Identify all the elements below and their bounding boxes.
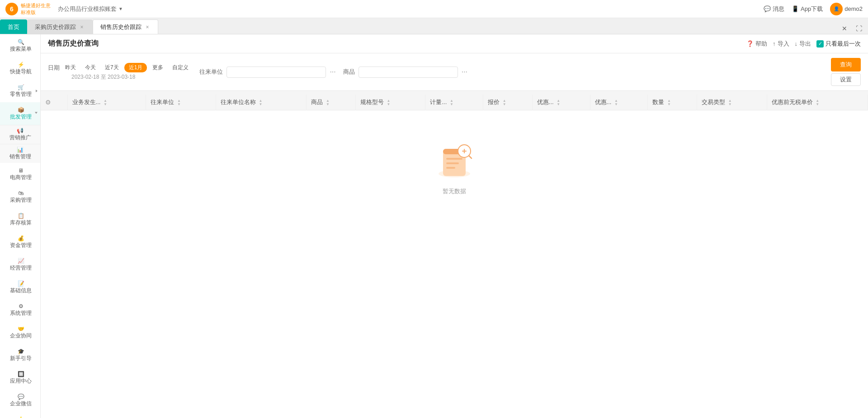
message-action[interactable]: 💬 消息	[764, 5, 784, 13]
sort-icon: ▲▼	[177, 99, 181, 106]
date-option-last7days[interactable]: 近7天	[101, 63, 123, 72]
checkbox-icon: ✓	[816, 40, 824, 48]
help-button[interactable]: ❓ 帮助	[746, 40, 767, 48]
sort-icon: ▲▼	[503, 99, 506, 106]
only-last-checkbox[interactable]: ✓ 只看最后一次	[816, 40, 861, 48]
goods-dots[interactable]: ···	[462, 68, 467, 76]
download-action[interactable]: 📱 App下载	[792, 5, 823, 13]
member-icon: ⭐	[18, 416, 24, 418]
message-icon: 💬	[764, 5, 771, 12]
table-settings-icon[interactable]: ⚙	[45, 99, 51, 106]
close-tab-button[interactable]: ✕	[839, 23, 850, 34]
date-options: 昨天 今天 近7天 近1月 更多 自定义	[61, 63, 192, 72]
date-option-last1month[interactable]: 近1月	[124, 63, 147, 72]
partner-input[interactable]	[226, 66, 326, 78]
date-option-more[interactable]: 更多	[149, 63, 167, 72]
sidebar-item-operations[interactable]: 📈 经营管理	[0, 253, 40, 276]
sidebar-item-ecommerce[interactable]: 🖥 电商管理	[0, 163, 40, 185]
query-button[interactable]: 查询	[831, 58, 861, 71]
top-bar-right: 💬 消息 📱 App下载 👤 demo2	[764, 3, 863, 15]
date-filter-group: 日期 昨天 今天 近7天 近1月 更多 自定义 2023-02-18 至 202…	[48, 63, 192, 81]
sidebar-item-marketing[interactable]: 📢 营销推广	[0, 125, 40, 144]
tab-bar-actions: ✕ ⛶	[839, 23, 868, 34]
top-bar: 6 畅捷通好生意 标准版 办公用品行业模拟账套 ▼ 💬 消息 📱 App下载 👤…	[0, 0, 868, 18]
tab-home[interactable]: 首页	[0, 19, 27, 34]
empty-icon	[432, 138, 477, 183]
sidebar-item-search[interactable]: 🔍 搜索菜单	[0, 34, 40, 57]
col-spec[interactable]: 规格型号 ▲▼	[355, 95, 425, 110]
date-label: 日期	[48, 64, 60, 72]
tab-purchase[interactable]: 采购历史价跟踪 ×	[27, 19, 93, 34]
col-biz-date[interactable]: 业务发生... ▲▼	[67, 95, 146, 110]
operations-icon: 📈	[18, 258, 24, 264]
sort-icon: ▲▼	[667, 99, 671, 106]
import-icon: ↑	[773, 40, 776, 47]
main-layout: 🔍 搜索菜单 ⚡ 快捷导航 🛒 零售管理 📦 批发管理 📢 营销推广 📊 销售管…	[0, 34, 868, 418]
goods-input[interactable]	[359, 66, 458, 78]
empty-state: 暂无数据	[41, 110, 868, 223]
workspace-selector[interactable]: 办公用品行业模拟账套 ▼	[54, 3, 127, 15]
date-option-yesterday[interactable]: 昨天	[61, 63, 80, 72]
col-discount2[interactable]: 优惠... ▲▼	[590, 95, 648, 110]
purchase-tab-close[interactable]: ×	[79, 24, 85, 30]
sidebar-item-enterprise[interactable]: 🤝 企业协同	[0, 321, 40, 344]
col-quote[interactable]: 报价 ▲▼	[483, 95, 533, 110]
sort-icon: ▲▼	[326, 99, 330, 106]
sales-tab-close[interactable]: ×	[144, 24, 151, 30]
tab-bar: 首页 采购历史价跟踪 × 销售历史价跟踪 × ✕ ⛶	[0, 18, 868, 34]
help-icon: ❓	[746, 40, 754, 47]
page-header: 销售历史价查询 ❓ 帮助 ↑ 导入 ↓ 导出 ✓ 只看最后一次	[41, 34, 868, 53]
svg-rect-3	[446, 158, 462, 160]
filter-actions: 查询 设置	[831, 58, 861, 86]
sort-icon: ▲▼	[104, 99, 107, 106]
system-icon: ⚙	[19, 303, 24, 309]
export-icon: ↓	[795, 40, 798, 47]
date-option-custom[interactable]: 自定义	[169, 63, 192, 72]
export-button[interactable]: ↓ 导出	[795, 40, 811, 48]
sidebar-item-guide[interactable]: 🎓 新手引导	[0, 344, 40, 366]
wholesale-icon: 📦	[18, 107, 24, 113]
sidebar-item-inventory[interactable]: 📋 库存核算	[0, 208, 40, 231]
tab-sales[interactable]: 销售历史价跟踪 ×	[93, 19, 158, 34]
col-discount1[interactable]: 优惠... ▲▼	[532, 95, 590, 110]
sidebar-item-retail[interactable]: 🛒 零售管理	[0, 80, 40, 102]
sort-icon: ▲▼	[728, 99, 732, 106]
purchase-mgmt-icon: 🛍	[18, 190, 24, 196]
chevron-down-icon: ▼	[118, 6, 123, 11]
sidebar-item-wechat[interactable]: 💬 企业微信	[0, 389, 40, 412]
col-quantity[interactable]: 数量 ▲▼	[648, 95, 697, 110]
col-trade-type[interactable]: 交易类型 ▲▼	[697, 95, 767, 110]
date-option-today[interactable]: 今天	[81, 63, 99, 72]
col-partner-code[interactable]: 往来单位 ▲▼	[146, 95, 216, 110]
home-tab-label: 首页	[8, 23, 19, 31]
app-center-icon: 🔲	[18, 371, 24, 377]
sort-icon: ▲▼	[259, 99, 262, 106]
sidebar-item-member[interactable]: ⭐ 畅会员	[0, 412, 40, 418]
maximize-button[interactable]: ⛶	[854, 23, 864, 34]
logo-icon: 6	[5, 3, 18, 15]
col-goods[interactable]: 商品 ▲▼	[307, 95, 356, 110]
sidebar-item-purchase-mgmt[interactable]: 🛍 采购管理	[0, 185, 40, 208]
col-pretax-price[interactable]: 优惠前无税单价 ▲▼	[767, 95, 868, 110]
import-button[interactable]: ↑ 导入	[773, 40, 789, 48]
partner-dots[interactable]: ···	[330, 68, 335, 76]
empty-text: 暂无数据	[443, 187, 466, 195]
settings-button[interactable]: 设置	[831, 73, 861, 86]
col-unit[interactable]: 计量... ▲▼	[425, 95, 483, 110]
wechat-icon: 💬	[18, 394, 24, 400]
col-settings[interactable]: ⚙	[41, 95, 67, 110]
filter-bar: 日期 昨天 今天 近7天 近1月 更多 自定义 2023-02-18 至 202…	[41, 53, 868, 91]
sidebar-item-quick-nav[interactable]: ⚡ 快捷导航	[0, 57, 40, 80]
page-title: 销售历史价查询	[48, 39, 99, 48]
user-action[interactable]: 👤 demo2	[830, 3, 863, 15]
finance-icon: 💰	[18, 235, 24, 242]
sidebar-item-system[interactable]: ⚙ 系统管理	[0, 299, 40, 321]
col-partner-name[interactable]: 往来单位名称 ▲▼	[216, 95, 306, 110]
sidebar-item-basic-info[interactable]: 📝 基础信息	[0, 276, 40, 299]
sidebar-item-finance[interactable]: 💰 资金管理	[0, 231, 40, 253]
sidebar-item-wholesale[interactable]: 📦 批发管理	[0, 102, 40, 125]
sidebar: 🔍 搜索菜单 ⚡ 快捷导航 🛒 零售管理 📦 批发管理 📢 营销推广 📊 销售管…	[0, 34, 41, 418]
sidebar-item-app-center[interactable]: 🔲 应用中心	[0, 366, 40, 389]
sidebar-item-sales-mgmt[interactable]: 📊 销售管理	[0, 144, 40, 163]
top-bar-left: 6 畅捷通好生意 标准版 办公用品行业模拟账套 ▼	[5, 2, 127, 15]
